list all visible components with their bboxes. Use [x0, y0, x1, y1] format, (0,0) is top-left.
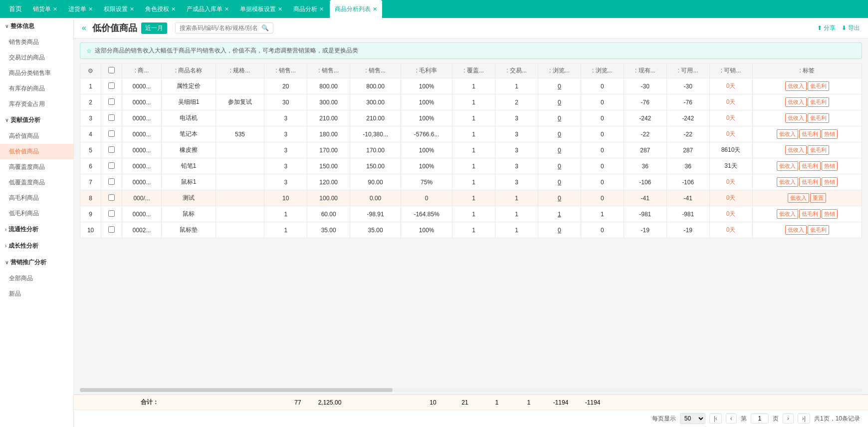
close-purchase-order-icon[interactable]: ✕ [88, 6, 93, 12]
close-template-icon[interactable]: ✕ [278, 6, 282, 12]
scrollbar-thumb[interactable] [80, 388, 393, 392]
first-page-button[interactable]: |‹ [709, 414, 722, 424]
col-browse2[interactable]: : 浏览... [581, 63, 624, 78]
sidebar-group-growth[interactable]: ›成长性分析 [0, 238, 73, 254]
browse-link[interactable]: 0 [558, 179, 561, 186]
export-button[interactable]: ⬇ 导出 [842, 24, 860, 32]
sidebar-item-inventory-goods[interactable]: 有库存的商品 [0, 81, 73, 96]
col-name[interactable]: : 商品名称 [162, 63, 216, 78]
collapse-sidebar-button[interactable]: « [82, 23, 86, 32]
col-available-stock[interactable]: : 可用... [666, 63, 709, 78]
prev-page-button[interactable]: ‹ [726, 414, 737, 424]
nav-product-storage[interactable]: 产成品入库单 ✕ [182, 0, 234, 18]
col-sales-profit[interactable]: : 销售... [350, 63, 401, 78]
nav-home[interactable]: 首页 [4, 0, 27, 18]
next-page-button[interactable]: › [783, 414, 794, 424]
browse-link[interactable]: 0 [558, 163, 561, 170]
sidebar-group-contribution[interactable]: ∨贡献值分析 [0, 112, 73, 128]
col-gross-margin[interactable]: : 毛利率 [401, 63, 452, 78]
sidebar-group-circulation[interactable]: ›流通性分析 [0, 221, 73, 238]
sidebar-group-overall[interactable]: ∨整体信息 [0, 18, 73, 34]
tag-badge: 低收入 [785, 145, 807, 155]
nav-template-settings[interactable]: 单据模板设置 ✕ [235, 0, 287, 18]
browse-link[interactable]: 0 [558, 227, 561, 234]
sidebar-item-all-goods[interactable]: 全部商品 [0, 271, 73, 286]
page-number-input[interactable] [751, 414, 769, 424]
share-button[interactable]: ⬆ 分享 [817, 24, 836, 32]
browse-link[interactable]: 0 [558, 99, 561, 106]
col-browse1[interactable]: : 浏览... [538, 63, 581, 78]
col-spec[interactable]: : 规格... [216, 63, 264, 78]
sidebar-item-high-profit[interactable]: 高毛利商品 [0, 190, 73, 206]
browse-link[interactable]: 1 [558, 211, 561, 218]
cell-checkbox[interactable] [101, 174, 122, 190]
cell-checkbox[interactable] [101, 190, 122, 206]
cell-checkbox[interactable] [101, 94, 122, 110]
col-checkbox[interactable] [101, 63, 122, 78]
row-checkbox[interactable] [108, 98, 115, 105]
sidebar-group-marketing[interactable]: ∨营销推广分析 [0, 254, 73, 271]
sidebar-item-high-coverage[interactable]: 高覆盖度商品 [0, 159, 73, 175]
col-transaction[interactable]: : 交易... [495, 63, 538, 78]
cell-checkbox[interactable] [101, 126, 122, 142]
cell-sellable-days: 0天 [709, 174, 752, 190]
col-sales-amount[interactable]: : 销售... [307, 63, 350, 78]
select-all-checkbox[interactable] [108, 67, 115, 73]
col-tags[interactable]: : 标签 [752, 63, 862, 78]
cell-checkbox[interactable] [101, 158, 122, 174]
row-checkbox[interactable] [108, 210, 115, 217]
col-sellable-days[interactable]: : 可销... [709, 63, 752, 78]
browse-link[interactable]: 0 [558, 195, 561, 202]
browse-link[interactable]: 0 [558, 115, 561, 122]
close-role-auth-icon[interactable]: ✕ [171, 6, 176, 12]
sidebar-item-new-goods[interactable]: 新品 [0, 286, 73, 302]
cell-checkbox[interactable] [101, 78, 122, 94]
row-checkbox[interactable] [108, 130, 115, 137]
row-checkbox[interactable] [108, 114, 115, 121]
close-analysis-icon[interactable]: ✕ [319, 6, 324, 12]
sidebar-item-sales-goods[interactable]: 销售类商品 [0, 34, 73, 50]
row-checkbox[interactable] [108, 146, 115, 153]
nav-permission-settings[interactable]: 权限设置 ✕ [99, 0, 139, 18]
row-checkbox[interactable] [108, 82, 115, 89]
cell-checkbox[interactable] [101, 110, 122, 126]
per-page-select[interactable]: 50 100 200 [680, 413, 705, 424]
last-page-button[interactable]: ›| [798, 414, 810, 424]
row-checkbox[interactable] [108, 162, 115, 169]
close-sales-order-icon[interactable]: ✕ [53, 6, 57, 12]
tag-badge: 低收入 [785, 225, 807, 235]
col-settings[interactable]: ⚙ [80, 63, 101, 78]
browse-link[interactable]: 0 [558, 131, 561, 138]
col-code[interactable]: : 商... [122, 63, 162, 78]
sidebar-item-low-coverage[interactable]: 低覆盖度商品 [0, 175, 73, 190]
col-sales-qty[interactable]: : 销售... [264, 63, 307, 78]
cell-checkbox[interactable] [101, 222, 122, 238]
nav-product-analysis[interactable]: 商品分析 ✕ [288, 0, 329, 18]
search-icon[interactable]: 🔍 [261, 24, 269, 31]
col-current-stock[interactable]: : 现有... [624, 63, 666, 78]
sidebar-item-high-value[interactable]: 高价值商品 [0, 128, 73, 144]
horizontal-scrollbar[interactable] [80, 388, 862, 392]
nav-role-auth[interactable]: 角色授权 ✕ [140, 0, 181, 18]
close-analysis-list-icon[interactable]: ✕ [373, 6, 377, 12]
nav-product-analysis-list[interactable]: 商品分析列表 ✕ [330, 0, 382, 18]
sidebar-item-inventory-capital[interactable]: 库存资金占用 [0, 96, 73, 112]
sidebar-item-category-sales-rate[interactable]: 商品分类销售率 [0, 65, 73, 81]
browse-link[interactable]: 0 [558, 83, 561, 90]
col-coverage[interactable]: : 覆盖... [452, 63, 495, 78]
close-product-storage-icon[interactable]: ✕ [224, 6, 229, 12]
search-input[interactable] [180, 24, 259, 31]
row-checkbox[interactable] [108, 226, 115, 233]
sidebar-item-low-value[interactable]: 低价值商品 [0, 144, 73, 159]
sidebar-item-traded-goods[interactable]: 交易过的商品 [0, 50, 73, 65]
cell-checkbox[interactable] [101, 206, 122, 222]
nav-sales-order[interactable]: 销货单 ✕ [28, 0, 62, 18]
browse-link[interactable]: 0 [558, 147, 561, 154]
sidebar-item-low-profit[interactable]: 低毛利商品 [0, 206, 73, 221]
cell-checkbox[interactable] [101, 142, 122, 158]
nav-purchase-order[interactable]: 进货单 ✕ [63, 0, 98, 18]
row-checkbox[interactable] [108, 178, 115, 185]
row-checkbox[interactable] [108, 194, 115, 201]
period-button[interactable]: 近一月 [141, 22, 167, 34]
close-permission-icon[interactable]: ✕ [130, 6, 134, 12]
